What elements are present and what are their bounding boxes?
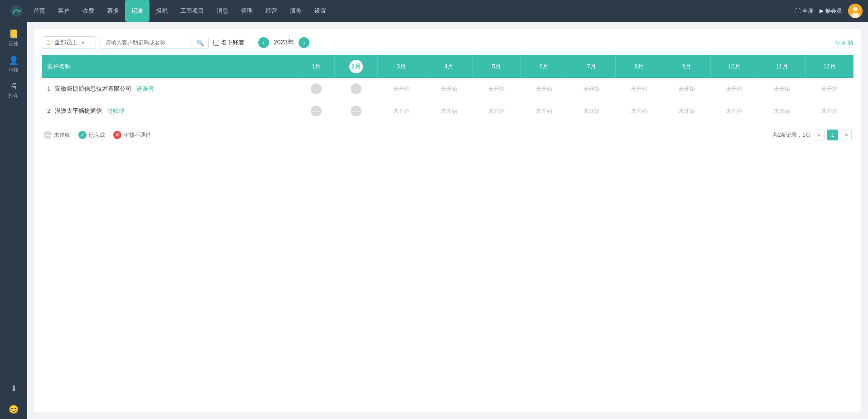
logo[interactable] bbox=[5, 5, 27, 17]
table-container: 客户名称 1月 2月 3月 4月 5月 6月 7月 8月 9月 10月 11月 bbox=[42, 55, 854, 122]
not-started-label: 未开始 bbox=[536, 86, 552, 92]
nav-service[interactable]: 服务 bbox=[284, 0, 308, 22]
month-cell-m1[interactable]: — bbox=[298, 100, 335, 122]
year-text: 2023年 bbox=[274, 39, 294, 47]
my-accounts-checkbox[interactable]: 名下账套 bbox=[213, 39, 245, 47]
current-month-circle: 2月 bbox=[349, 60, 363, 73]
sidebar-item-print[interactable]: 🖨 打印 bbox=[1, 78, 26, 103]
month-cell-m5: 未开始 bbox=[473, 78, 520, 100]
status-dash-icon: — bbox=[351, 83, 362, 94]
enter-ledger-link[interactable]: 进账簿 bbox=[107, 107, 125, 114]
col-header-m2: 2月 bbox=[334, 55, 377, 78]
sidebar-item-support[interactable]: 😊 bbox=[1, 401, 26, 418]
nav-invoice[interactable]: 票据 bbox=[101, 0, 125, 22]
month-cell-m10: 未开始 bbox=[710, 100, 758, 122]
nav-home[interactable]: 首页 bbox=[27, 0, 52, 22]
refresh-icon: ↻ bbox=[835, 39, 840, 46]
status-dash-icon: — bbox=[311, 83, 322, 94]
svg-point-3 bbox=[851, 13, 859, 18]
employee-label: 全部员工 bbox=[54, 39, 78, 47]
nav-business[interactable]: 工商项目 bbox=[174, 0, 210, 22]
not-started-label: 未开始 bbox=[631, 86, 647, 92]
main-content: 🗒 全部员工 ▼ 🔍 名下账套 ‹ 2023年 › ↻ 刷新 bbox=[27, 22, 868, 419]
nav-tax[interactable]: 报税 bbox=[149, 0, 174, 22]
nav-operation[interactable]: 经营 bbox=[259, 0, 284, 22]
month-cell-m8: 未开始 bbox=[615, 78, 663, 100]
status-dash-icon: — bbox=[311, 106, 322, 116]
page-card: 🗒 全部员工 ▼ 🔍 名下账套 ‹ 2023年 › ↻ 刷新 bbox=[34, 29, 861, 412]
legend-dot-red: ✕ bbox=[113, 131, 121, 139]
client-num: 2 bbox=[47, 107, 50, 114]
toolbar: 🗒 全部员工 ▼ 🔍 名下账套 ‹ 2023年 › ↻ 刷新 bbox=[42, 36, 854, 49]
nav-customer[interactable]: 客户 bbox=[52, 0, 76, 22]
top-nav: 首页 客户 收费 票据 记账 报税 工商项目 消息 管理 经营 服务 设置 ⛶ … bbox=[0, 0, 868, 22]
sidebar: 📒 记账 👤 审核 🖨 打印 ⬇ 😊 bbox=[0, 22, 27, 419]
not-started-label: 未开始 bbox=[583, 108, 600, 114]
next-year-button[interactable]: › bbox=[299, 37, 309, 48]
year-nav: ‹ 2023年 › bbox=[258, 37, 309, 48]
col-header-m1: 1月 bbox=[298, 55, 335, 78]
pagination: 共2条记录，1页 < 1 > bbox=[772, 130, 852, 140]
next-page-button[interactable]: > bbox=[841, 130, 852, 140]
client-num: 1 bbox=[47, 85, 50, 92]
client-name: 漠澳太平畅捷通信 bbox=[55, 107, 102, 114]
my-accounts-check[interactable] bbox=[213, 40, 219, 46]
month-cell-m6: 未开始 bbox=[520, 78, 568, 100]
month-cell-m10: 未开始 bbox=[710, 78, 758, 100]
not-started-label: 未开始 bbox=[821, 86, 838, 92]
avatar[interactable] bbox=[848, 4, 863, 18]
month-cell-m6: 未开始 bbox=[520, 100, 568, 122]
search-box: 🔍 bbox=[101, 37, 209, 49]
nav-billing[interactable]: 收费 bbox=[76, 0, 101, 22]
legend-dot-teal: ✓ bbox=[78, 131, 87, 139]
nav-message[interactable]: 消息 bbox=[210, 0, 235, 22]
client-name: 安徽畅捷通信息技术有限公司 bbox=[55, 85, 131, 92]
not-started-label: 未开始 bbox=[393, 86, 410, 92]
refresh-button[interactable]: ↻ 刷新 bbox=[835, 39, 854, 47]
employee-select[interactable]: 🗒 全部员工 ▼ bbox=[42, 36, 96, 49]
vip-button[interactable]: ▶ 畅会员 bbox=[820, 7, 842, 15]
col-header-m4: 4月 bbox=[425, 55, 473, 78]
month-cell-m12: 未开始 bbox=[805, 78, 853, 100]
not-started-label: 未开始 bbox=[441, 108, 457, 114]
sidebar-item-audit[interactable]: 👤 审核 bbox=[1, 52, 26, 77]
not-started-label: 未开始 bbox=[679, 108, 695, 114]
month-cell-m2[interactable]: — bbox=[334, 100, 377, 122]
month-cell-m2[interactable]: — bbox=[334, 78, 377, 100]
month-cell-m12: 未开始 bbox=[805, 100, 853, 122]
month-cell-m11: 未开始 bbox=[758, 100, 805, 122]
chevron-down-icon: ▼ bbox=[81, 40, 85, 45]
month-cell-m1[interactable]: — bbox=[298, 78, 335, 100]
nav-items: 首页 客户 收费 票据 记账 报税 工商项目 消息 管理 经营 服务 设置 bbox=[27, 0, 795, 22]
nav-manage[interactable]: 管理 bbox=[235, 0, 259, 22]
search-input[interactable] bbox=[101, 37, 192, 48]
search-button[interactable]: 🔍 bbox=[192, 37, 208, 48]
month-cell-m9: 未开始 bbox=[663, 78, 710, 100]
bookkeeping-icon: 📒 bbox=[9, 29, 19, 39]
nav-bookkeeping[interactable]: 记账 bbox=[125, 0, 149, 22]
month-cell-m5: 未开始 bbox=[473, 100, 520, 122]
vip-icon: ▶ bbox=[820, 8, 824, 14]
enter-ledger-link[interactable]: 进账簿 bbox=[136, 85, 154, 92]
client-name-cell: 1 安徽畅捷通信息技术有限公司 进账簿 bbox=[42, 78, 298, 100]
month-cell-m11: 未开始 bbox=[758, 78, 805, 100]
month-cell-m9: 未开始 bbox=[663, 100, 710, 122]
support-icon: 😊 bbox=[9, 405, 19, 414]
col-header-m5: 5月 bbox=[473, 55, 520, 78]
nav-settings[interactable]: 设置 bbox=[308, 0, 333, 22]
my-accounts-label: 名下账套 bbox=[221, 39, 245, 47]
sidebar-item-bookkeeping[interactable]: 📒 记账 bbox=[1, 25, 26, 51]
prev-page-button[interactable]: < bbox=[814, 130, 825, 140]
page-1-button[interactable]: 1 bbox=[827, 130, 838, 140]
col-header-m7: 7月 bbox=[568, 55, 615, 78]
sidebar-item-download[interactable]: ⬇ bbox=[1, 380, 26, 397]
not-started-label: 未开始 bbox=[441, 86, 457, 92]
audit-icon: 👤 bbox=[9, 55, 19, 65]
fullscreen-button[interactable]: ⛶ 全屏 bbox=[795, 7, 813, 15]
fullscreen-icon: ⛶ bbox=[795, 8, 800, 14]
not-started-label: 未开始 bbox=[631, 108, 647, 114]
prev-year-button[interactable]: ‹ bbox=[258, 37, 269, 48]
not-started-label: 未开始 bbox=[726, 86, 743, 92]
month-cell-m8: 未开始 bbox=[615, 100, 663, 122]
col-header-m8: 8月 bbox=[615, 55, 663, 78]
